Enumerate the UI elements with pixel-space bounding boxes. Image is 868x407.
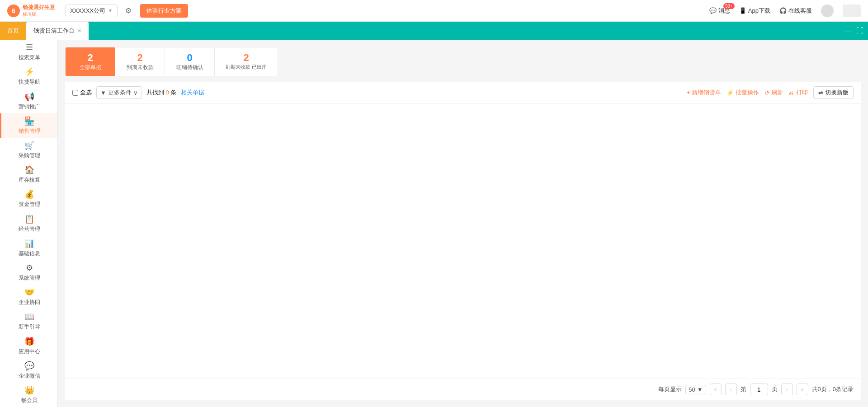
minimize-icon[interactable]: — xyxy=(844,27,852,35)
company-selector[interactable]: XXXXXX公司 ▼ xyxy=(65,5,118,17)
sidebar-item-app-center[interactable]: 🎁 应用中心 xyxy=(0,333,57,358)
sidebar-item-basic-info[interactable]: 📊 基础信息 xyxy=(0,236,57,260)
tab-home[interactable]: 首页 xyxy=(0,22,26,40)
first-page-button[interactable]: « xyxy=(710,384,722,395)
finance-icon: 💰 xyxy=(24,189,34,199)
gear-icon: ⚙ xyxy=(125,6,132,15)
sales-icon: 🏪 xyxy=(24,116,34,126)
header-right: 💬 消息 99+ 📱 App下载 🎧 在线客服 xyxy=(709,5,861,17)
stats-tabs: 2 全部单据 2 到期未收款 0 旺铺待确认 2 到期未收款 已出库 xyxy=(65,47,278,76)
prev-page-button[interactable]: ‹ xyxy=(725,384,737,395)
page-size-select[interactable]: 50 ▼ xyxy=(685,385,706,394)
app-center-icon: 🎁 xyxy=(24,337,34,346)
print-button[interactable]: 🖨 打印 xyxy=(788,89,808,97)
guide-icon: 📖 xyxy=(24,312,34,322)
nav-right-actions: — ⛶ xyxy=(844,27,868,35)
related-orders-button[interactable]: 相关单据 xyxy=(181,89,204,97)
sidebar-item-finance[interactable]: 💰 资金管理 xyxy=(0,187,57,211)
messages-button[interactable]: 💬 消息 99+ xyxy=(709,7,730,15)
stats-tab-overdue[interactable]: 2 到期未收款 xyxy=(115,47,165,76)
pagination: 每页显示 50 ▼ « ‹ 第 页 › » 共0页，0条记录 xyxy=(65,379,861,400)
sidebar-item-quick-nav[interactable]: ⚡ 快捷导航 xyxy=(0,64,57,89)
sidebar-item-purchase[interactable]: 🛒 采购管理 xyxy=(0,138,57,162)
sidebar-item-sales[interactable]: 🏪 销售管理 xyxy=(0,113,57,138)
batch-icon: ⚡ xyxy=(726,89,734,96)
logo-text: 畅捷通好生意 标准版 xyxy=(23,4,55,18)
quick-nav-icon: ⚡ xyxy=(24,67,34,77)
last-page-button[interactable]: » xyxy=(797,384,808,395)
message-badge: 99+ xyxy=(723,3,735,9)
nav-tabs: 首页 钱货日清工作台 ✕ — ⛶ xyxy=(0,22,868,40)
sidebar-item-enterprise[interactable]: 🤝 企业协同 xyxy=(0,285,57,309)
toolbar-right: + 新增销货单 ⚡ 批量操作 ↺ 刷新 🖨 打印 ⇌ xyxy=(687,86,854,99)
more-filter-button[interactable]: ▼ 更多条件 ∨ xyxy=(96,86,142,99)
dropdown-arrow-icon: ▼ xyxy=(108,8,113,13)
main-layout: ☰ 搜索菜单 ⚡ 快捷导航 📢 营销推广 🏪 销售管理 🛒 采购管理 🏠 库存核… xyxy=(0,40,868,407)
search-menu-icon: ☰ xyxy=(26,42,33,52)
wechat-icon: 💬 xyxy=(24,361,34,371)
app-download-button[interactable]: 📱 App下载 xyxy=(739,7,770,15)
system-icon: ⚙ xyxy=(26,263,33,273)
settings-button[interactable]: ⚙ xyxy=(121,4,136,18)
member-icon: 👑 xyxy=(24,385,34,395)
sidebar-item-operations[interactable]: 📋 经营管理 xyxy=(0,211,57,235)
sidebar-item-wechat[interactable]: 💬 企业微信 xyxy=(0,358,57,383)
stats-tab-all[interactable]: 2 全部单据 xyxy=(66,47,115,76)
content-area: 2 全部单据 2 到期未收款 0 旺铺待确认 2 到期未收款 已出库 xyxy=(58,40,868,407)
table-area: 全选 ▼ 更多条件 ∨ 共找到 0 条 相关单据 + 新增销货单 xyxy=(65,82,861,400)
toolbar-left: 全选 ▼ 更多条件 ∨ 共找到 0 条 相关单据 xyxy=(72,86,204,99)
found-count-text: 共找到 0 条 xyxy=(146,89,176,97)
filter-icon: ▼ xyxy=(100,89,106,96)
enterprise-icon: 🤝 xyxy=(24,287,34,297)
online-service-button[interactable]: 🎧 在线客服 xyxy=(779,7,812,15)
refresh-button[interactable]: ↺ 刷新 xyxy=(764,89,783,97)
select-all-input[interactable] xyxy=(72,90,78,96)
page-number-input[interactable] xyxy=(750,384,768,395)
tab-qianhuoqingong[interactable]: 钱货日清工作台 ✕ xyxy=(26,22,89,40)
total-records-text: 共0页，0条记录 xyxy=(812,385,854,393)
switch-version-button[interactable]: ⇌ 切换新版 xyxy=(813,86,854,99)
headset-icon: 🎧 xyxy=(779,7,787,14)
inventory-icon: 🏠 xyxy=(24,165,34,175)
avatar[interactable] xyxy=(821,5,834,17)
add-sales-order-button[interactable]: + 新增销货单 xyxy=(687,89,721,97)
stats-tab-wangpu[interactable]: 0 旺铺待确认 xyxy=(165,47,215,76)
sidebar-item-marketing[interactable]: 📢 营销推广 xyxy=(0,89,57,113)
sidebar-item-system[interactable]: ⚙ 系统管理 xyxy=(0,260,57,285)
chevron-down-icon: ∨ xyxy=(133,89,138,96)
refresh-icon: ↺ xyxy=(764,89,769,96)
message-icon: 💬 xyxy=(709,7,717,14)
top-header: 6 畅捷通好生意 标准版 XXXXXX公司 ▼ ⚙ 体验行业方案 💬 消息 99… xyxy=(0,0,868,22)
expand-icon[interactable]: ⛶ xyxy=(856,27,863,35)
sidebar-item-inventory[interactable]: 🏠 库存核算 xyxy=(0,162,57,187)
sidebar-item-search-menu[interactable]: ☰ 搜索菜单 xyxy=(0,40,57,64)
trial-button[interactable]: 体验行业方案 xyxy=(140,4,188,18)
print-icon: 🖨 xyxy=(788,89,794,96)
sidebar-item-member[interactable]: 👑 畅会员 xyxy=(0,383,57,407)
stats-tab-overdue-shipped[interactable]: 2 到期未收款 已出库 xyxy=(215,47,278,76)
select-all-checkbox[interactable]: 全选 xyxy=(72,89,92,97)
switch-icon: ⇌ xyxy=(818,89,823,96)
table-empty-area xyxy=(65,104,861,379)
close-tab-icon[interactable]: ✕ xyxy=(77,28,81,34)
page-size-arrow-icon: ▼ xyxy=(697,386,703,393)
logo-icon: 6 xyxy=(7,5,20,17)
purchase-icon: 🛒 xyxy=(24,140,34,150)
toolbar: 全选 ▼ 更多条件 ∨ 共找到 0 条 相关单据 + 新增销货单 xyxy=(65,82,861,104)
user-name[interactable] xyxy=(843,5,861,17)
sidebar-item-guide[interactable]: 📖 新手引导 xyxy=(0,309,57,333)
operations-icon: 📋 xyxy=(24,214,34,224)
basic-info-icon: 📊 xyxy=(24,239,34,248)
batch-operation-button[interactable]: ⚡ 批量操作 xyxy=(726,89,759,97)
sidebar: ☰ 搜索菜单 ⚡ 快捷导航 📢 营销推广 🏪 销售管理 🛒 采购管理 🏠 库存核… xyxy=(0,40,58,407)
logo-area: 6 畅捷通好生意 标准版 xyxy=(7,4,65,18)
phone-icon: 📱 xyxy=(739,7,746,14)
marketing-icon: 📢 xyxy=(24,92,34,102)
next-page-button[interactable]: › xyxy=(781,384,793,395)
